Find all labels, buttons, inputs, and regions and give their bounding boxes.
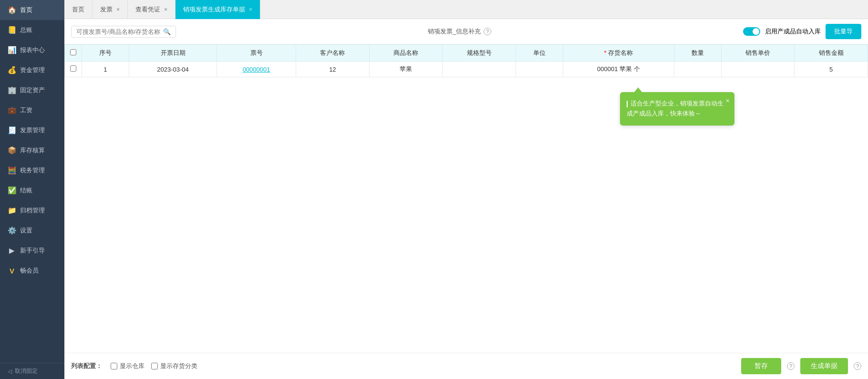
- table-header-row: 序号 开票日期 票号 客户名称 商品名称 规格型号 单位 * 存货名称 数量 销…: [65, 45, 868, 62]
- row-qty: [674, 62, 721, 77]
- toolbar-center: 销项发票_信息补充 ?: [428, 27, 491, 36]
- sidebar-item-closing[interactable]: ✅ 结账: [0, 180, 64, 200]
- guide-icon: ▶: [8, 246, 16, 255]
- sidebar-item-settings[interactable]: ⚙️ 设置: [0, 221, 64, 241]
- col-customer: 客户名称: [296, 45, 370, 62]
- closing-icon: ✅: [8, 186, 16, 195]
- tab-voucher[interactable]: 查看凭证 ×: [128, 0, 176, 19]
- list-config-label: 列表配置：: [71, 362, 102, 370]
- sidebar-item-fund[interactable]: 💰 资金管理: [0, 60, 64, 80]
- undo-fixed-btn[interactable]: ◁ 取消固定: [0, 363, 64, 379]
- search-box[interactable]: 🔍: [71, 26, 176, 38]
- row-checkbox: [65, 62, 82, 77]
- sidebar-item-archive[interactable]: 📁 归档管理: [0, 200, 64, 221]
- tooltip-popup: × 适合生产型企业，销项发票自动生成产成品入库，快来体验～: [620, 92, 734, 126]
- row-open-date: 2023-03-04: [129, 62, 217, 77]
- tab-return-invoice[interactable]: 销项发票生成库存单据 ×: [176, 0, 260, 19]
- toolbar: 🔍 销项发票_信息补充 ? 启用产成品自动入库 批量导: [64, 19, 868, 44]
- sidebar-item-reports[interactable]: 📊 报表中心: [0, 40, 64, 60]
- col-spec-model: 规格型号: [443, 45, 516, 62]
- auto-warehouse-toggle[interactable]: [743, 27, 760, 36]
- settings-icon: ⚙️: [8, 226, 16, 235]
- sidebar-item-guide[interactable]: ▶ 新手引导: [0, 241, 64, 261]
- data-table: 序号 开票日期 票号 客户名称 商品名称 规格型号 单位 * 存货名称 数量 销…: [64, 44, 868, 77]
- fixed-assets-icon: 🏢: [8, 86, 16, 95]
- sidebar-item-invoice-mgmt[interactable]: 🧾 发票管理: [0, 120, 64, 140]
- col-unit: 单位: [516, 45, 563, 62]
- row-ticket-no[interactable]: 00000001: [217, 62, 296, 77]
- archive-icon: 📁: [8, 206, 16, 215]
- ticket-no-link[interactable]: 00000001: [243, 66, 270, 73]
- sidebar-item-home[interactable]: 🏠 首页: [0, 0, 64, 20]
- sidebar-item-ledger[interactable]: 📒 总账: [0, 20, 64, 40]
- show-category-checkbox[interactable]: [151, 363, 158, 369]
- tooltip-text: 适合生产型企业，销项发票自动生成产成品入库，快来体验～: [627, 100, 723, 117]
- bottom-bar: 列表配置： 显示仓库 显示存货分类 暂存 ? 生成单据 ?: [64, 353, 868, 379]
- tax-icon: 🧮: [8, 166, 16, 175]
- show-warehouse-checkbox[interactable]: [111, 363, 117, 369]
- generate-help-icon[interactable]: ?: [854, 362, 861, 370]
- bottom-bar-right: 暂存 ? 生成单据 ?: [741, 358, 861, 374]
- center-label: 销项发票_信息补充: [428, 27, 481, 36]
- generate-btn[interactable]: 生成单据: [800, 358, 848, 374]
- toggle-slider: [743, 27, 760, 36]
- save-btn[interactable]: 暂存: [741, 358, 781, 374]
- help-icon-center[interactable]: ?: [484, 28, 491, 35]
- row-spec-model: [443, 62, 516, 77]
- close-return-invoice-tab[interactable]: ×: [249, 6, 252, 13]
- col-qty: 数量: [674, 45, 721, 62]
- col-ticket-no: 票号: [217, 45, 296, 62]
- payroll-icon: 💼: [8, 106, 16, 115]
- table-row: 1 2023-03-04 00000001 12 苹果 000001 苹果 个 …: [65, 62, 868, 77]
- row-amount: 5: [795, 62, 868, 77]
- ledger-icon: 📒: [8, 26, 16, 34]
- inventory-icon: 📦: [8, 146, 16, 155]
- content-area: 🔍 销项发票_信息补充 ? 启用产成品自动入库 批量导: [64, 19, 868, 379]
- row-product-name: 苹果: [369, 62, 443, 77]
- tooltip-close-btn[interactable]: ×: [725, 95, 730, 106]
- toggle-label: 启用产成品自动入库: [765, 27, 821, 36]
- row-unit: [516, 62, 563, 77]
- toolbar-left: 🔍: [71, 26, 176, 38]
- row-seq: 1: [82, 62, 129, 77]
- col-stock-name: * 存货名称: [563, 45, 674, 62]
- reports-icon: 📊: [8, 46, 16, 54]
- toolbar-right: 启用产成品自动入库 批量导: [743, 24, 861, 39]
- col-unit-price: 销售单价: [721, 45, 795, 62]
- home-icon: 🏠: [8, 6, 16, 14]
- main-area: 首页 发票 × 查看凭证 × 销项发票生成库存单据 × 🔍 销项发票_信息补充: [64, 0, 868, 379]
- sidebar-item-inventory[interactable]: 📦 库存核算: [0, 140, 64, 160]
- close-voucher-tab[interactable]: ×: [164, 6, 167, 13]
- col-product-name: 商品名称: [369, 45, 443, 62]
- search-input[interactable]: [76, 28, 160, 35]
- col-seq: 序号: [82, 45, 129, 62]
- col-amount: 销售金额: [795, 45, 868, 62]
- row-unit-price: [721, 62, 795, 77]
- sidebar-item-tax[interactable]: 🧮 税务管理: [0, 160, 64, 180]
- show-category-label[interactable]: 显示存货分类: [151, 362, 197, 370]
- select-all-checkbox[interactable]: [70, 49, 76, 55]
- batch-import-btn[interactable]: 批量导: [826, 24, 861, 39]
- tab-home[interactable]: 首页: [64, 0, 93, 19]
- row-select-checkbox[interactable]: [70, 65, 76, 72]
- sidebar-item-payroll[interactable]: 💼 工资: [0, 100, 64, 120]
- table-wrapper: 序号 开票日期 票号 客户名称 商品名称 规格型号 单位 * 存货名称 数量 销…: [64, 44, 868, 353]
- row-stock-name: 000001 苹果 个: [563, 62, 674, 77]
- search-icon: 🔍: [163, 28, 171, 35]
- show-warehouse-label[interactable]: 显示仓库: [111, 362, 145, 370]
- fund-icon: 💰: [8, 66, 16, 74]
- tab-bar: 首页 发票 × 查看凭证 × 销项发票生成库存单据 ×: [64, 0, 868, 19]
- vip-icon: V: [8, 266, 16, 275]
- sidebar: 🏠 首页 📒 总账 📊 报表中心 💰 资金管理 🏢 固定资产 💼 工资 🧾 发票…: [0, 0, 64, 379]
- save-help-icon[interactable]: ?: [787, 362, 795, 370]
- col-checkbox: [65, 45, 82, 62]
- tab-invoice[interactable]: 发票 ×: [93, 0, 128, 19]
- undo-icon: ◁: [8, 368, 12, 375]
- col-open-date: 开票日期: [129, 45, 217, 62]
- sidebar-item-fixed-assets[interactable]: 🏢 固定资产: [0, 80, 64, 100]
- sidebar-item-vip[interactable]: V 畅会员: [0, 261, 64, 281]
- close-invoice-tab[interactable]: ×: [116, 6, 120, 13]
- row-customer: 12: [296, 62, 370, 77]
- tooltip-cursor: [627, 101, 628, 107]
- invoice-mgmt-icon: 🧾: [8, 126, 16, 135]
